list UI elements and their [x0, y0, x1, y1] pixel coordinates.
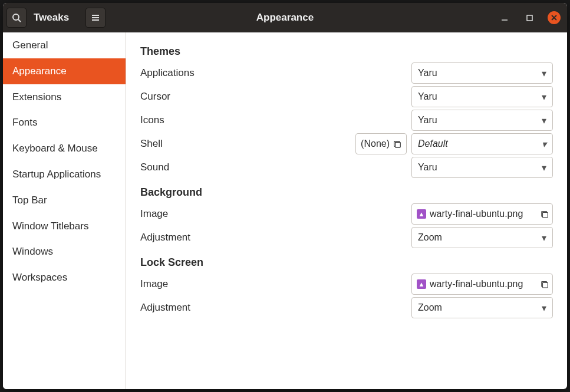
combo-sound[interactable]: Yaru ▾	[411, 157, 553, 178]
row-applications: Applications Yaru ▾	[140, 61, 553, 85]
caret-down-icon: ▾	[542, 115, 546, 126]
menu-button[interactable]	[85, 8, 106, 28]
sidebar-item-window-titlebars[interactable]: Window Titlebars	[3, 213, 126, 239]
themes-header: Themes	[140, 45, 553, 58]
maximize-button[interactable]	[522, 11, 536, 25]
label-bg-image: Image	[140, 208, 168, 220]
label-sound: Sound	[140, 162, 169, 173]
combo-sound-value: Yaru	[418, 162, 437, 173]
sidebar-item-extensions[interactable]: Extensions	[3, 84, 126, 110]
combo-applications-value: Yaru	[418, 68, 437, 78]
lockscreen-header: Lock Screen	[140, 256, 553, 269]
caret-down-icon: ▾	[542, 68, 546, 79]
label-ls-adjustment: Adjustment	[140, 302, 190, 314]
caret-down-icon: ▾	[542, 91, 546, 103]
label-shell: Shell	[140, 138, 163, 150]
sidebar-item-startup-applications[interactable]: Startup Applications	[3, 162, 126, 187]
tweaks-window: Tweaks Appearance General Appearance Ex	[3, 3, 567, 389]
file-ls-name: warty-final-ubuntu.png	[430, 279, 523, 289]
caret-down-icon: ▾	[542, 162, 546, 173]
caret-down-icon: ▾	[542, 232, 546, 243]
svg-point-0	[13, 14, 19, 20]
sidebar: General Appearance Extensions Fonts Keyb…	[3, 32, 126, 389]
sidebar-item-appearance[interactable]: Appearance	[3, 58, 126, 84]
sidebar-item-general[interactable]: General	[3, 32, 126, 58]
combo-icons[interactable]: Yaru ▾	[411, 110, 553, 131]
image-file-icon: ▲	[417, 279, 426, 289]
window-controls	[497, 11, 567, 25]
close-button[interactable]	[547, 11, 561, 25]
sidebar-item-windows[interactable]: Windows	[3, 239, 126, 265]
svg-line-1	[18, 19, 21, 22]
label-icons: Icons	[140, 114, 164, 126]
shell-aux-button[interactable]: (None)	[355, 133, 407, 154]
window-body: General Appearance Extensions Fonts Keyb…	[3, 32, 567, 389]
sidebar-item-fonts[interactable]: Fonts	[3, 110, 126, 136]
image-file-icon: ▲	[417, 209, 426, 219]
file-chooser-bg[interactable]: ▲ warty-final-ubuntu.png	[411, 203, 553, 225]
label-applications: Applications	[140, 67, 195, 79]
svg-rect-10	[396, 142, 401, 147]
sidebar-item-top-bar[interactable]: Top Bar	[3, 187, 126, 213]
shell-aux-label: (None)	[361, 139, 390, 149]
combo-bg-adjustment-value: Zoom	[418, 232, 442, 243]
search-icon	[12, 13, 21, 22]
row-bg-image: Image ▲ warty-final-ubuntu.png	[140, 202, 553, 226]
label-cursor: Cursor	[140, 91, 170, 103]
row-sound: Sound Yaru ▾	[140, 156, 553, 179]
sidebar-item-workspaces[interactable]: Workspaces	[3, 265, 126, 291]
combo-cursor-value: Yaru	[418, 91, 437, 102]
row-shell: Shell (None) Default ▾	[140, 132, 553, 156]
content-area: Themes Applications Yaru ▾ Cursor Yaru ▾	[126, 32, 567, 389]
hamburger-icon	[91, 13, 100, 22]
minimize-icon	[501, 14, 508, 21]
combo-ls-adjustment[interactable]: Zoom ▾	[411, 297, 553, 318]
row-icons: Icons Yaru ▾	[140, 108, 553, 132]
combo-icons-value: Yaru	[418, 115, 437, 126]
caret-down-icon: ▾	[542, 302, 546, 314]
titlebar-left: Tweaks	[3, 3, 109, 32]
combo-shell[interactable]: Default ▾	[411, 133, 553, 154]
row-bg-adjustment: Adjustment Zoom ▾	[140, 226, 553, 249]
app-title: Tweaks	[34, 12, 69, 24]
folder-open-icon	[541, 210, 549, 218]
combo-applications[interactable]: Yaru ▾	[411, 62, 553, 84]
caret-down-icon: ▾	[542, 139, 546, 150]
row-cursor: Cursor Yaru ▾	[140, 85, 553, 108]
svg-rect-6	[527, 15, 532, 21]
background-header: Background	[140, 186, 553, 199]
svg-rect-14	[543, 282, 548, 288]
folder-icon	[393, 140, 401, 148]
file-chooser-ls[interactable]: ▲ warty-final-ubuntu.png	[411, 274, 553, 295]
label-bg-adjustment: Adjustment	[140, 232, 190, 243]
row-ls-adjustment: Adjustment Zoom ▾	[140, 296, 553, 319]
minimize-button[interactable]	[497, 11, 512, 25]
maximize-icon	[526, 15, 533, 21]
close-icon	[551, 15, 557, 21]
sidebar-item-keyboard-mouse[interactable]: Keyboard & Mouse	[3, 136, 126, 162]
combo-cursor[interactable]: Yaru ▾	[411, 86, 553, 107]
svg-rect-12	[543, 212, 548, 218]
search-button[interactable]	[6, 8, 27, 28]
combo-ls-adjustment-value: Zoom	[418, 302, 442, 313]
file-bg-name: warty-final-ubuntu.png	[430, 209, 523, 219]
titlebar: Tweaks Appearance	[3, 3, 567, 32]
row-ls-image: Image ▲ warty-final-ubuntu.png	[140, 272, 553, 296]
label-ls-image: Image	[140, 278, 168, 290]
folder-open-icon	[541, 280, 549, 288]
combo-bg-adjustment[interactable]: Zoom ▾	[411, 227, 553, 248]
combo-shell-value: Default	[418, 139, 448, 149]
